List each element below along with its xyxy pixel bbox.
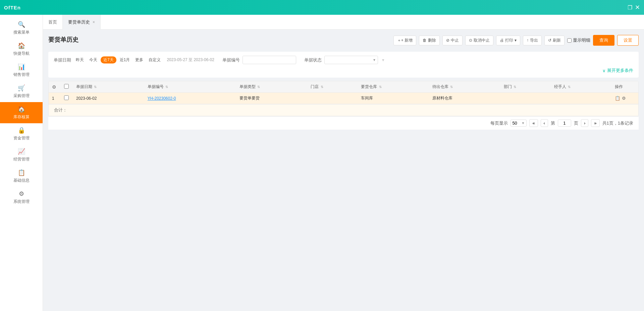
date-more-btn[interactable]: 更多	[133, 56, 145, 63]
sidebar-item-search[interactable]: 🔍 搜索菜单	[0, 17, 43, 39]
sidebar-item-operations[interactable]: 📈 经营管理	[0, 144, 43, 166]
delete-button[interactable]: 🗑 删除	[419, 36, 440, 45]
setting-button[interactable]: 设置	[617, 35, 639, 46]
sidebar-item-quicknav[interactable]: 🏠 快捷导航	[0, 39, 43, 60]
tab-close-icon[interactable]: ×	[93, 20, 95, 25]
search-panel: 单据日期 昨天 今天 近7天 近1月 更多 自定义 2023-05-27 至 2…	[48, 52, 639, 78]
date-range-text: 2023-05-27 至 2023-06-02	[167, 57, 214, 63]
cell-action: 📋 ⚙	[611, 93, 638, 104]
sidebar-item-label: 采购管理	[13, 93, 30, 99]
sidebar-item-label: 销售管理	[13, 72, 30, 78]
sidebar-item-finance[interactable]: 🔒 资金管理	[0, 123, 43, 144]
row-action-more-icon[interactable]: ⚙	[622, 96, 626, 101]
export-icon: ↑	[527, 38, 529, 43]
doc-number-input[interactable]	[243, 56, 296, 64]
toolbar: ＋ + 新增 🗑 删除 ⊘ 中止 ⊙ 取消中止	[393, 35, 639, 46]
first-page-btn[interactable]: «	[529, 119, 538, 127]
close-icon[interactable]: ✕	[635, 4, 640, 11]
print-button[interactable]: 🖨 打印 ▾	[496, 36, 520, 45]
cell-pending-warehouse: 原材料仓库	[429, 93, 500, 104]
delete-icon: 🗑	[423, 38, 427, 43]
doc-number-label: 单据编号	[222, 57, 240, 63]
sort-icon: ⇅	[165, 85, 168, 89]
th-checkbox	[61, 81, 73, 93]
search-icon: 🔍	[18, 21, 25, 28]
finance-icon: 🔒	[18, 127, 25, 134]
th-settings: ⚙	[49, 81, 61, 93]
sidebar-item-purchase[interactable]: 🛒 采购管理	[0, 81, 43, 102]
tab-req-history-label: 要货单历史	[68, 19, 90, 25]
date-yesterday-btn[interactable]: 昨天	[74, 56, 86, 63]
doc-status-select[interactable]	[324, 56, 378, 64]
system-icon: ⚙	[19, 190, 24, 197]
new-button[interactable]: ＋ + 新增	[393, 36, 416, 45]
tab-req-history[interactable]: 要货单历史 ×	[63, 15, 101, 30]
stop-button[interactable]: ⊘ 中止	[442, 36, 463, 45]
sort-icon: ⇅	[379, 85, 382, 89]
per-page-label: 每页显示	[490, 120, 508, 126]
restore-icon[interactable]: ❐	[628, 4, 632, 11]
home-icon: 🏠	[18, 42, 25, 49]
date-custom-btn[interactable]: 自定义	[147, 56, 163, 63]
expand-down-icon: ∨	[602, 68, 606, 73]
date-label: 单据日期	[54, 57, 71, 63]
data-table-wrap: ⚙ 单据日期 ⇅ 单据编号	[48, 81, 639, 116]
display-detail-checkbox[interactable]	[567, 38, 572, 43]
date-today-btn[interactable]: 今天	[87, 56, 99, 63]
cell-store	[307, 93, 358, 104]
per-page-select-wrap: 10 20 50 100	[511, 120, 527, 127]
date-1month-btn[interactable]: 近1月	[118, 56, 132, 63]
sidebar: 🔍 搜索菜单 🏠 快捷导航 📊 销售管理 🛒 采购管理 🏠 库存核算 🔒	[0, 15, 43, 311]
sidebar-item-label: 库存核算	[13, 114, 30, 120]
query-button[interactable]: 查询	[593, 35, 614, 46]
doc-number-link[interactable]: YH-20230602-0	[148, 96, 176, 101]
status-dropdown-icon: ▾	[382, 57, 384, 62]
app-logo: OfTEn	[4, 5, 21, 10]
basic-info-icon: 📋	[18, 169, 25, 176]
doc-status-label: 单据状态	[304, 57, 322, 63]
th-doc-type: 单据类型 ⇅	[236, 81, 308, 93]
prev-page-btn[interactable]: ‹	[541, 119, 548, 127]
data-table: ⚙ 单据日期 ⇅ 单据编号	[49, 81, 638, 104]
per-page-select[interactable]: 10 20 50 100	[511, 120, 527, 127]
sales-icon: 📊	[18, 63, 25, 71]
cell-index: 1	[49, 93, 61, 104]
print-icon: 🖨	[500, 38, 504, 43]
sort-icon: ⇅	[321, 85, 323, 89]
cell-handler	[551, 93, 611, 104]
refresh-button[interactable]: ↺ 刷新	[544, 36, 565, 45]
stop-icon: ⊘	[446, 38, 449, 43]
sidebar-item-inventory[interactable]: 🏠 库存核算	[0, 102, 43, 123]
select-all-checkbox[interactable]	[64, 84, 69, 89]
cell-doc-number: YH-20230602-0	[144, 93, 236, 104]
page-label: 第	[551, 120, 555, 126]
table-footer: 合计：	[49, 104, 638, 116]
purchase-icon: 🛒	[18, 84, 25, 92]
row-action-edit-icon[interactable]: 📋	[615, 96, 620, 101]
doc-status-field: 单据状态 ▾	[304, 56, 384, 64]
row-checkbox[interactable]	[64, 95, 69, 100]
tab-home[interactable]: 首页	[43, 15, 63, 30]
column-settings-icon[interactable]: ⚙	[52, 84, 56, 90]
date-buttons: 昨天 今天 近7天 近1月 更多 自定义	[74, 56, 163, 63]
th-department: 部门 ⇅	[500, 81, 551, 93]
date-7days-btn[interactable]: 近7天	[101, 56, 116, 63]
sidebar-item-basic-info[interactable]: 📋 基础信息	[0, 166, 43, 187]
page-content: 要货单历史 ＋ + 新增 🗑 删除 ⊘ 中止	[43, 30, 644, 311]
sidebar-item-label: 搜索菜单	[13, 30, 30, 35]
pagination-bar: 每页显示 10 20 50 100 « ‹ 第 页 ›	[48, 116, 639, 130]
sidebar-item-label: 经营管理	[13, 157, 30, 162]
expand-conditions-btn[interactable]: ∨ 展开更多条件	[602, 68, 633, 74]
sort-icon: ⇅	[257, 85, 260, 89]
export-button[interactable]: ↑ 导出	[523, 36, 542, 45]
sidebar-item-sales[interactable]: 📊 销售管理	[0, 60, 43, 81]
sidebar-item-system[interactable]: ⚙ 系统管理	[0, 187, 43, 208]
last-page-btn[interactable]: »	[591, 119, 599, 127]
display-detail-toggle[interactable]: 显示明细	[567, 37, 590, 43]
expand-row: ∨ 展开更多条件	[54, 68, 633, 74]
page-number-input[interactable]	[558, 120, 571, 127]
cell-req-warehouse: 车间库	[358, 93, 429, 104]
cell-doc-date: 2023-06-02	[73, 93, 144, 104]
next-page-btn[interactable]: ›	[581, 119, 588, 127]
cancel-stop-button[interactable]: ⊙ 取消中止	[465, 36, 493, 45]
